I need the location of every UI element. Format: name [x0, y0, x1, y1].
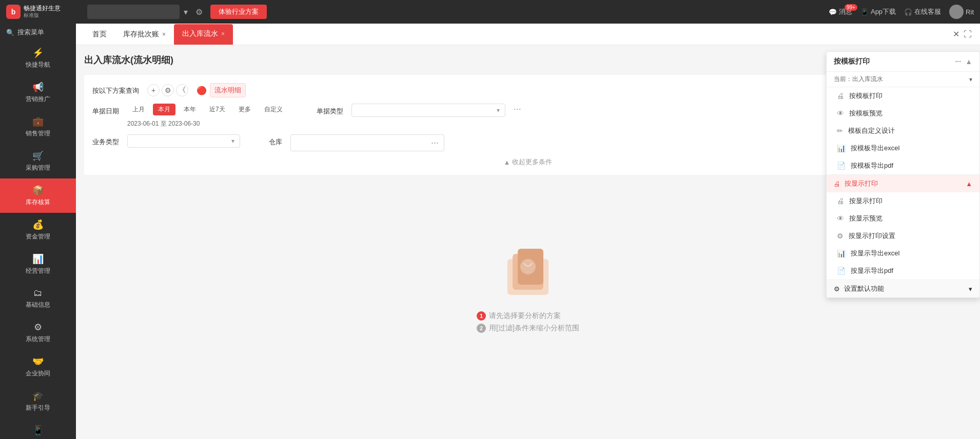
app-download-label: App下载: [871, 7, 896, 16]
dp-footer-icon: ⚙: [834, 285, 840, 293]
dp-item-preview-display[interactable]: 👁 按显示预览: [827, 210, 979, 227]
dp-item-preview-template[interactable]: 👁 按模板预览: [827, 105, 979, 122]
date-tab-custom[interactable]: 自定义: [259, 104, 288, 115]
dp-item-custom-template[interactable]: ✏ 模板自定义设计: [827, 122, 979, 139]
add-filter-btn[interactable]: +: [147, 84, 160, 96]
tab-batch-account[interactable]: 库存批次账 ×: [115, 25, 174, 44]
close-panel-btn[interactable]: ✕: [953, 29, 959, 39]
avatar: [949, 5, 964, 19]
sidebar-search-area[interactable]: 🔍 搜索菜单: [0, 24, 76, 41]
sidebar-label-finance: 资金管理: [26, 232, 50, 241]
date-label: 单据日期: [92, 104, 119, 116]
sidebar-item-finance[interactable]: 💰 资金管理: [0, 213, 76, 247]
tab-flow-close[interactable]: ×: [221, 30, 225, 37]
dp-gear-icon: ⚙: [837, 232, 844, 240]
user-name: Rit: [966, 8, 974, 16]
handshake-icon: 🤝: [32, 356, 44, 367]
dp-display-section-icon: 🖨: [834, 180, 840, 188]
tip-text-2: 用[过滤]条件来缩小分析范围: [489, 324, 579, 333]
settings-filter-btn[interactable]: ⚙: [162, 84, 174, 96]
dp-display-section[interactable]: 🖨 按显示打印 ▲: [827, 175, 979, 192]
dp-eye-icon-2: 👁: [837, 214, 844, 223]
sidebar-item-purchase[interactable]: 🛒 采购管理: [0, 144, 76, 178]
warehouse-select[interactable]: ···: [290, 134, 444, 151]
sidebar-item-collab[interactable]: 🤝 企业协同: [0, 350, 76, 384]
dp-item-print-template-label: 按模板打印: [849, 91, 883, 101]
dp-item-export-excel-template[interactable]: 📊 按模板导出excel: [827, 139, 979, 157]
tab-flow-label: 出入库流水: [182, 29, 218, 38]
dp-item-export-pdf-display-label: 按显示导出pdf: [851, 266, 893, 275]
dp-item-export-pdf-template-label: 按模板导出pdf: [851, 161, 893, 170]
dp-pdf-icon-1: 📄: [837, 162, 846, 170]
dp-item-print-display[interactable]: 🖨 按显示打印: [827, 192, 979, 210]
date-tab-this-year[interactable]: 本年: [179, 104, 201, 115]
message-item[interactable]: 💬 消息 99+: [829, 7, 852, 16]
type-select[interactable]: ▾: [351, 104, 505, 117]
date-filter-group: 上月 本月 本年 近7天 更多 自定义 2023-06-01 至 2023-06…: [127, 104, 288, 128]
dp-collapse-icon[interactable]: ▲: [965, 57, 972, 66]
cart-icon: 🛒: [32, 150, 44, 162]
tab-flow[interactable]: 出入库流水 ×: [174, 24, 233, 45]
sidebar-item-quick-nav[interactable]: ⚡ 快捷导航: [0, 41, 76, 75]
empty-tip-2: 2 用[过滤]条件来缩小分析范围: [477, 324, 579, 333]
online-service-item[interactable]: 🎧 在线客服: [904, 7, 941, 16]
sidebar-item-inventory[interactable]: 📦 库存核算: [0, 178, 76, 213]
dp-footer[interactable]: ⚙ 设置默认功能 ▾: [827, 280, 979, 297]
tab-home-label: 首页: [92, 30, 107, 39]
dp-display-section-label: 按显示打印: [845, 179, 878, 188]
dp-edit-icon: ✏: [837, 127, 843, 135]
sidebar-label-basics: 基础信息: [26, 301, 50, 309]
tab-batch-account-close[interactable]: ×: [162, 31, 166, 38]
lightning-icon: ⚡: [32, 47, 44, 58]
date-tab-more[interactable]: 更多: [233, 104, 256, 115]
filter-section-label: 按以下方案查询: [92, 83, 139, 95]
sidebar-label-guide: 新手引导: [26, 404, 50, 412]
user-avatar-item[interactable]: Rit: [949, 5, 974, 19]
dp-excel-icon-1: 📊: [837, 144, 846, 152]
dp-current-label: 当前：出入库流水: [834, 75, 883, 84]
logo-icon: b: [6, 5, 21, 19]
collapse-btn[interactable]: ▲ 收起更多条件: [504, 157, 553, 167]
dp-item-print-display-label: 按显示打印: [849, 196, 883, 206]
search-menu-label: 搜索菜单: [17, 28, 44, 37]
sidebar-item-sales[interactable]: 💼 销售管理: [0, 110, 76, 144]
biz-type-select[interactable]: ▾: [127, 134, 240, 148]
date-tab-7days[interactable]: 近7天: [204, 104, 230, 115]
dp-item-preview-template-label: 按模板预览: [849, 109, 883, 118]
collapse-filter-btn[interactable]: 《: [176, 84, 188, 96]
dp-item-export-pdf-display[interactable]: 📄 按显示导出pdf: [827, 262, 979, 280]
sidebar-item-app-center[interactable]: 📱 应用中心: [0, 418, 76, 439]
dropdown-arrow-icon[interactable]: ▾: [184, 7, 188, 17]
box-icon: 📦: [32, 185, 44, 196]
biz-type-label: 业务类型: [92, 134, 119, 147]
dp-item-print-template[interactable]: 🖨 按模板打印: [827, 87, 979, 105]
industry-btn[interactable]: 体验行业方案: [210, 5, 267, 19]
dp-item-export-excel-template-label: 按模板导出excel: [851, 144, 899, 153]
dp-item-print-settings-display[interactable]: ⚙ 按显示打印设置: [827, 227, 979, 245]
sidebar-item-operations[interactable]: 📊 经营管理: [0, 247, 76, 282]
tab-home[interactable]: 首页: [84, 25, 115, 44]
sidebar-item-system[interactable]: ⚙ 系统管理: [0, 315, 76, 350]
dp-item-export-pdf-template[interactable]: 📄 按模板导出pdf: [827, 157, 979, 174]
date-tab-this-month[interactable]: 本月: [153, 104, 175, 115]
sidebar-item-marketing[interactable]: 📢 营销推广: [0, 75, 76, 110]
type-more-btn[interactable]: ···: [514, 104, 521, 114]
expand-btn[interactable]: ⛶: [964, 30, 972, 39]
sidebar-label-marketing: 营销推广: [26, 95, 50, 104]
search-input[interactable]: [87, 5, 180, 19]
date-tab-last-month[interactable]: 上月: [127, 104, 150, 115]
dp-display-section-label-wrap: 🖨 按显示打印: [834, 179, 878, 188]
graduation-icon: 🎓: [32, 390, 44, 402]
dp-item-export-excel-display[interactable]: 📊 按显示导出excel: [827, 245, 979, 262]
sidebar-item-basics[interactable]: 🗂 基础信息: [0, 282, 76, 315]
sidebar-label-operations: 经营管理: [26, 267, 50, 275]
warehouse-label: 仓库: [269, 134, 282, 147]
gear-button[interactable]: ⚙: [192, 5, 206, 19]
dp-item-print-settings-display-label: 按显示打印设置: [849, 231, 895, 241]
top-bar-center: ▾ ⚙ 体验行业方案: [87, 5, 824, 19]
sidebar-item-guide[interactable]: 🎓 新手引导: [0, 384, 76, 418]
dp-footer-label-wrap: ⚙ 设置默认功能: [834, 284, 884, 293]
dp-more-icon[interactable]: ···: [955, 57, 961, 66]
dp-footer-label: 设置默认功能: [844, 284, 884, 293]
app-download-item[interactable]: 📱 App下载: [860, 7, 896, 16]
